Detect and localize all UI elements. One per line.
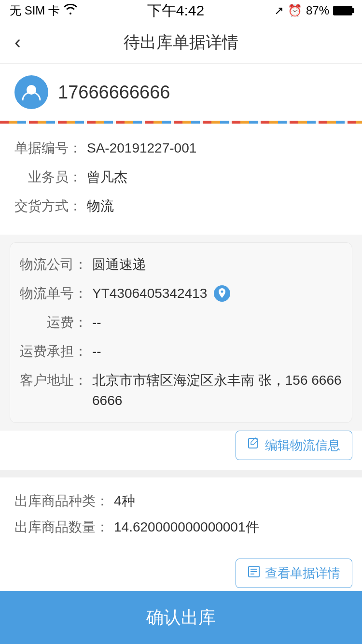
tracking-value: YT4306405342413 — [92, 283, 342, 304]
sales-person-value: 曾凡杰 — [87, 167, 348, 187]
address-value: 北京市市辖区海淀区永丰南 张，156 6666 6666 — [92, 370, 342, 411]
freight-value: -- — [92, 312, 342, 333]
goods-section: 出库商品种类： 4种 出库商品数量： 14.620000000000001件 — [0, 477, 362, 554]
wifi-icon — [64, 4, 77, 17]
status-right: ↗ ⏰ 87% — [274, 4, 352, 17]
user-phone: 17666666666 — [58, 82, 170, 103]
goods-types-value: 4种 — [114, 492, 135, 510]
freight-bearer-row: 运费承担： -- — [20, 341, 342, 362]
logistics-company-label: 物流公司： — [20, 254, 87, 275]
edit-btn-row: 编辑物流信息 — [0, 431, 362, 470]
location-status-icon: ↗ — [274, 4, 284, 17]
carrier-label: 无 SIM 卡 — [10, 3, 60, 18]
tracking-row: 物流单号： YT4306405342413 — [20, 283, 342, 304]
view-detail-label: 查看单据详情 — [265, 565, 340, 582]
goods-quantity-label: 出库商品数量： — [14, 518, 109, 536]
delivery-method-value: 物流 — [87, 196, 348, 216]
logistics-company-row: 物流公司： 圆通速递 — [20, 254, 342, 275]
user-section: 17666666666 — [0, 64, 362, 121]
order-info-section: 单据编号： SA-20191227-001 业务员： 曾凡杰 交货方式： 物流 — [0, 124, 362, 235]
goods-types-row: 出库商品种类： 4种 — [14, 492, 348, 510]
content-area: 17666666666 单据编号： SA-20191227-001 业务员： 曾… — [0, 64, 362, 644]
nav-bar: ‹ 待出库单据详情 — [0, 21, 362, 64]
sales-person-label: 业务员： — [14, 167, 82, 187]
order-number-label: 单据编号： — [14, 138, 82, 158]
status-bar: 无 SIM 卡 下午4:42 ↗ ⏰ 87% — [0, 0, 362, 21]
delivery-method-row: 交货方式： 物流 — [14, 196, 348, 216]
logistics-section: 物流公司： 圆通速递 物流单号： YT4306405342413 运费： -- … — [10, 242, 352, 423]
section-divider — [0, 470, 362, 477]
edit-logistics-button[interactable]: 编辑物流信息 — [236, 431, 352, 460]
goods-types-label: 出库商品种类： — [14, 492, 109, 510]
address-row: 客户地址： 北京市市辖区海淀区永丰南 张，156 6666 6666 — [20, 370, 342, 411]
goods-quantity-value: 14.620000000000001件 — [114, 518, 259, 536]
confirm-button[interactable]: 确认出库 — [0, 591, 362, 644]
freight-bearer-label: 运费承担： — [20, 341, 87, 362]
back-button[interactable]: ‹ — [14, 31, 21, 53]
avatar — [14, 75, 48, 109]
tracking-location-icon[interactable] — [214, 285, 230, 302]
delivery-method-label: 交货方式： — [14, 196, 82, 216]
edit-icon — [248, 437, 260, 453]
freight-label: 运费： — [20, 312, 87, 333]
status-left: 无 SIM 卡 — [10, 3, 77, 18]
status-time: 下午4:42 — [147, 1, 204, 21]
sales-person-row: 业务员： 曾凡杰 — [14, 167, 348, 187]
tracking-label: 物流单号： — [20, 283, 87, 304]
list-icon — [248, 565, 260, 581]
alarm-icon: ⏰ — [288, 4, 302, 17]
freight-row: 运费： -- — [20, 312, 342, 333]
order-number-row: 单据编号： SA-20191227-001 — [14, 138, 348, 158]
logistics-company-value: 圆通速递 — [92, 254, 342, 275]
page-title: 待出库单据详情 — [124, 31, 238, 54]
battery-label: 87% — [306, 4, 329, 17]
edit-logistics-label: 编辑物流信息 — [265, 437, 340, 454]
confirm-button-label: 确认出库 — [146, 606, 216, 630]
order-number-value: SA-20191227-001 — [87, 138, 348, 158]
battery-icon — [333, 6, 352, 15]
address-label: 客户地址： — [20, 370, 87, 391]
goods-quantity-row: 出库商品数量： 14.620000000000001件 — [14, 518, 348, 536]
view-detail-button[interactable]: 查看单据详情 — [236, 559, 352, 588]
freight-bearer-value: -- — [92, 341, 342, 362]
